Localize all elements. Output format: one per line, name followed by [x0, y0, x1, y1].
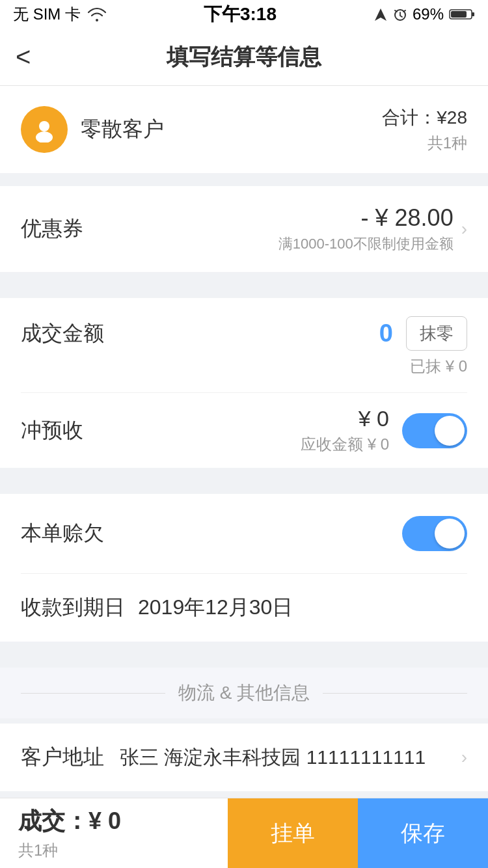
prepay-center: ¥ 0 应收金额 ¥ 0 [83, 406, 389, 455]
divider-4 [0, 718, 488, 724]
logistics-label: 物流 & 其他信息 [178, 681, 310, 705]
credit-toggle-knob [435, 519, 465, 549]
status-time: 下午3:18 [204, 2, 277, 27]
prepay-amount: ¥ 0 [83, 406, 389, 431]
avatar [21, 106, 68, 153]
customer-section: 零散客户 合计：¥28 共1种 [0, 86, 488, 173]
nav-bar: < 填写结算等信息 [0, 29, 488, 86]
round-button[interactable]: 抹零 [406, 316, 467, 351]
due-date-row: 收款到期日 2019年12月30日 [0, 574, 488, 642]
address-label: 客户地址 [21, 743, 104, 772]
deal-section: 成交金额 0 抹零 已抹 ¥ 0 冲预收 ¥ 0 应收金额 ¥ 0 [0, 298, 488, 468]
save-button[interactable]: 保存 [358, 798, 488, 869]
due-value: 2019年12月30日 [138, 593, 293, 622]
deal-sub: 已抹 ¥ 0 [0, 356, 488, 392]
divider-2 [0, 481, 488, 494]
customer-row: 零散客户 合计：¥28 共1种 [0, 86, 488, 173]
credit-section: 本单赊欠 收款到期日 2019年12月30日 [0, 494, 488, 642]
battery-label: 69% [413, 5, 444, 23]
sim-label: 无 SIM 卡 [13, 4, 81, 25]
address-row[interactable]: 客户地址 张三 海淀永丰科技园 11111111111 › [0, 724, 488, 791]
coupon-value: - ¥ 28.00 [278, 204, 454, 232]
deal-right: 0 抹零 [379, 316, 467, 351]
svg-rect-2 [472, 12, 474, 16]
credit-row: 本单赊欠 [0, 494, 488, 573]
svg-rect-3 [451, 11, 467, 18]
toggle-knob [435, 416, 465, 446]
credit-toggle[interactable] [402, 516, 467, 551]
coupon-label: 优惠券 [21, 215, 83, 243]
wifi-icon [87, 7, 107, 21]
coupon-sub: 满1000-100不限制使用金额 [278, 234, 454, 254]
address-value: 张三 海淀永丰科技园 11111111111 [120, 744, 461, 771]
prepay-label: 冲预收 [21, 416, 83, 445]
prepay-row: 冲预收 ¥ 0 应收金额 ¥ 0 [0, 393, 488, 468]
customer-name: 零散客户 [81, 115, 164, 144]
back-button[interactable]: < [16, 42, 31, 72]
location-icon [373, 7, 388, 21]
coupon-chevron: › [461, 219, 467, 239]
status-bar: 无 SIM 卡 下午3:18 69% [0, 0, 488, 29]
prepay-sub: 应收金额 ¥ 0 [83, 434, 389, 455]
bottom-count: 共1种 [18, 840, 210, 861]
bottom-bar: 成交：¥ 0 共1种 挂单 保存 [0, 798, 488, 868]
customer-left: 零散客户 [21, 106, 164, 153]
status-left: 无 SIM 卡 [13, 4, 107, 25]
svg-point-5 [36, 131, 53, 142]
bottom-deal-amount: ¥ 0 [88, 807, 121, 834]
alarm-icon [393, 7, 407, 21]
nav-title: 填写结算等信息 [167, 42, 321, 72]
bottom-total: 成交：¥ 0 [18, 806, 210, 837]
coupon-section[interactable]: 优惠券 - ¥ 28.00 满1000-100不限制使用金额 › [0, 186, 488, 272]
deal-amount-row: 成交金额 0 抹零 [0, 298, 488, 356]
bottom-deal-label: 成交： [18, 807, 88, 834]
deal-label: 成交金额 [21, 319, 104, 348]
bottom-info: 成交：¥ 0 共1种 [0, 806, 228, 861]
total-count: 共1种 [382, 133, 467, 154]
prepay-toggle[interactable] [402, 413, 467, 448]
total-amount: 合计：¥28 [382, 105, 467, 130]
divider-1 [0, 285, 488, 298]
divider-3 [0, 655, 488, 668]
battery-icon [449, 8, 475, 21]
due-label: 收款到期日 [21, 593, 125, 622]
credit-label: 本单赊欠 [21, 519, 104, 548]
customer-totals: 合计：¥28 共1种 [382, 105, 467, 154]
svg-point-4 [39, 121, 49, 131]
hold-button[interactable]: 挂单 [228, 798, 358, 869]
coupon-row[interactable]: 优惠券 - ¥ 28.00 满1000-100不限制使用金额 › [0, 186, 488, 272]
deal-amount-value: 0 [379, 319, 393, 347]
status-right: 69% [373, 5, 475, 23]
logistics-header: 物流 & 其他信息 [0, 668, 488, 718]
address-chevron: › [461, 747, 467, 768]
address-section: 客户地址 张三 海淀永丰科技园 11111111111 › [0, 724, 488, 791]
